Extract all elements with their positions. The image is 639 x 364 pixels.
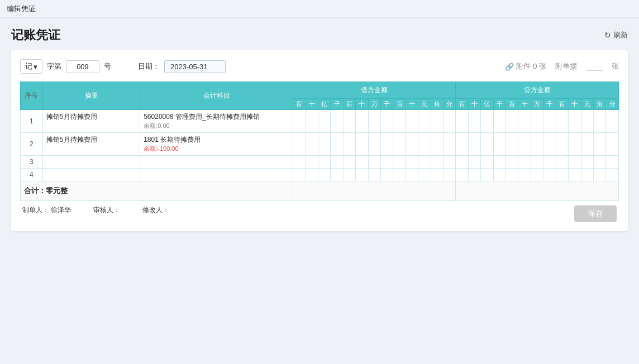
voucher-number-input[interactable] bbox=[66, 60, 99, 73]
credit-digit-cell[interactable] bbox=[481, 133, 493, 156]
debit-digit-cell[interactable] bbox=[431, 156, 443, 169]
credit-digit-cell[interactable] bbox=[518, 133, 531, 156]
debit-digit-cell[interactable] bbox=[368, 156, 380, 169]
debit-digit-cell[interactable] bbox=[418, 169, 431, 181]
debit-digit-cell[interactable] bbox=[343, 110, 355, 133]
credit-digit-cell[interactable] bbox=[481, 169, 493, 181]
debit-digit-cell[interactable] bbox=[368, 133, 380, 156]
credit-digit-cell[interactable] bbox=[493, 169, 506, 181]
summary-cell[interactable] bbox=[42, 169, 140, 181]
credit-digit-cell[interactable] bbox=[569, 169, 581, 181]
credit-digit-cell[interactable] bbox=[569, 110, 581, 133]
debit-digit-cell[interactable] bbox=[331, 169, 343, 181]
credit-digit-cell[interactable] bbox=[531, 169, 543, 181]
debit-digit-cell[interactable] bbox=[356, 110, 368, 133]
credit-digit-cell[interactable] bbox=[581, 169, 593, 181]
debit-digit-cell[interactable] bbox=[293, 169, 306, 181]
save-button[interactable]: 保存 bbox=[574, 205, 617, 222]
debit-digit-cell[interactable] bbox=[431, 110, 443, 133]
credit-digit-cell[interactable] bbox=[518, 156, 531, 169]
debit-digit-cell[interactable] bbox=[306, 110, 318, 133]
credit-digit-cell[interactable] bbox=[531, 110, 543, 133]
zhang-input[interactable] bbox=[586, 62, 603, 71]
summary-cell[interactable]: 摊销5月待摊费用 bbox=[42, 110, 140, 133]
refresh-button[interactable]: ↻ 刷新 bbox=[604, 30, 628, 40]
credit-digit-cell[interactable] bbox=[506, 169, 518, 181]
credit-digit-cell[interactable] bbox=[593, 156, 605, 169]
credit-digit-cell[interactable] bbox=[593, 133, 605, 156]
credit-digit-cell[interactable] bbox=[606, 133, 619, 156]
credit-digit-cell[interactable] bbox=[531, 133, 543, 156]
debit-digit-cell[interactable] bbox=[406, 110, 418, 133]
debit-digit-cell[interactable] bbox=[381, 110, 393, 133]
debit-digit-cell[interactable] bbox=[393, 156, 406, 169]
credit-digit-cell[interactable] bbox=[556, 110, 568, 133]
credit-digit-cell[interactable] bbox=[569, 156, 581, 169]
credit-digit-cell[interactable] bbox=[581, 156, 593, 169]
debit-digit-cell[interactable] bbox=[318, 133, 330, 156]
debit-digit-cell[interactable] bbox=[368, 110, 380, 133]
credit-digit-cell[interactable] bbox=[468, 110, 480, 133]
debit-digit-cell[interactable] bbox=[306, 169, 318, 181]
credit-digit-cell[interactable] bbox=[506, 110, 518, 133]
credit-digit-cell[interactable] bbox=[593, 169, 605, 181]
debit-digit-cell[interactable] bbox=[331, 133, 343, 156]
debit-digit-cell[interactable] bbox=[368, 169, 380, 181]
debit-digit-cell[interactable] bbox=[431, 133, 443, 156]
debit-digit-cell[interactable] bbox=[444, 110, 456, 133]
credit-digit-cell[interactable] bbox=[556, 169, 568, 181]
debit-digit-cell[interactable] bbox=[418, 133, 431, 156]
credit-digit-cell[interactable] bbox=[506, 156, 518, 169]
credit-digit-cell[interactable] bbox=[581, 110, 593, 133]
account-cell[interactable]: 1801 长期待摊费用余额:-100.00 bbox=[140, 133, 293, 156]
account-cell[interactable]: 56020008 管理费用_长期待摊费用摊销余额:0.00 bbox=[140, 110, 293, 133]
debit-digit-cell[interactable] bbox=[444, 133, 456, 156]
credit-digit-cell[interactable] bbox=[468, 156, 480, 169]
debit-digit-cell[interactable] bbox=[393, 110, 406, 133]
debit-digit-cell[interactable] bbox=[343, 156, 355, 169]
credit-digit-cell[interactable] bbox=[543, 156, 556, 169]
credit-digit-cell[interactable] bbox=[456, 133, 468, 156]
credit-digit-cell[interactable] bbox=[606, 169, 619, 181]
credit-digit-cell[interactable] bbox=[606, 156, 619, 169]
debit-digit-cell[interactable] bbox=[406, 156, 418, 169]
debit-digit-cell[interactable] bbox=[381, 156, 393, 169]
debit-digit-cell[interactable] bbox=[306, 133, 318, 156]
debit-digit-cell[interactable] bbox=[331, 110, 343, 133]
credit-digit-cell[interactable] bbox=[543, 169, 556, 181]
debit-digit-cell[interactable] bbox=[444, 169, 456, 181]
debit-digit-cell[interactable] bbox=[393, 169, 406, 181]
credit-digit-cell[interactable] bbox=[556, 156, 568, 169]
debit-digit-cell[interactable] bbox=[356, 169, 368, 181]
debit-digit-cell[interactable] bbox=[393, 133, 406, 156]
credit-digit-cell[interactable] bbox=[481, 156, 493, 169]
credit-digit-cell[interactable] bbox=[556, 133, 568, 156]
debit-digit-cell[interactable] bbox=[406, 133, 418, 156]
debit-digit-cell[interactable] bbox=[431, 169, 443, 181]
debit-digit-cell[interactable] bbox=[381, 169, 393, 181]
debit-digit-cell[interactable] bbox=[331, 156, 343, 169]
credit-digit-cell[interactable] bbox=[456, 169, 468, 181]
credit-digit-cell[interactable] bbox=[456, 110, 468, 133]
debit-digit-cell[interactable] bbox=[306, 156, 318, 169]
credit-digit-cell[interactable] bbox=[543, 110, 556, 133]
credit-digit-cell[interactable] bbox=[468, 169, 480, 181]
credit-digit-cell[interactable] bbox=[531, 156, 543, 169]
credit-digit-cell[interactable] bbox=[481, 110, 493, 133]
account-cell[interactable] bbox=[140, 156, 293, 169]
attachment-link[interactable]: 🔗 附件 0 张 bbox=[505, 61, 546, 71]
credit-digit-cell[interactable] bbox=[581, 133, 593, 156]
voucher-type-button[interactable]: 记 ▾ bbox=[20, 59, 42, 74]
debit-digit-cell[interactable] bbox=[381, 133, 393, 156]
debit-digit-cell[interactable] bbox=[318, 169, 330, 181]
credit-digit-cell[interactable] bbox=[493, 156, 506, 169]
debit-digit-cell[interactable] bbox=[406, 169, 418, 181]
debit-digit-cell[interactable] bbox=[343, 169, 355, 181]
summary-cell[interactable] bbox=[42, 156, 140, 169]
debit-digit-cell[interactable] bbox=[318, 156, 330, 169]
debit-digit-cell[interactable] bbox=[444, 156, 456, 169]
credit-digit-cell[interactable] bbox=[506, 133, 518, 156]
credit-digit-cell[interactable] bbox=[518, 169, 531, 181]
debit-digit-cell[interactable] bbox=[418, 110, 431, 133]
credit-digit-cell[interactable] bbox=[606, 110, 619, 133]
